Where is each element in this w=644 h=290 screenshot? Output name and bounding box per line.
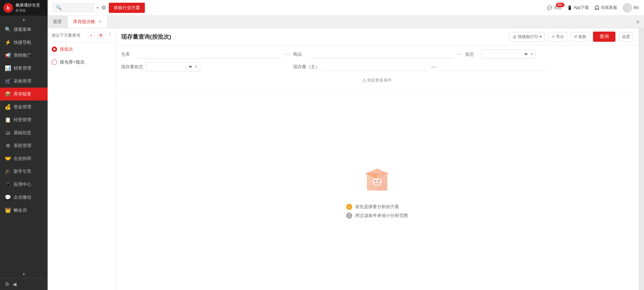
sidebar-item-label: 销售管理 [14,65,31,71]
search-icon: 🔍 [56,5,62,10]
settings-btn[interactable]: 设置 [619,32,633,41]
sidebar-item-sales[interactable]: 📊 销售管理 [0,62,48,75]
collapse-more-label: 收起更多条件 [367,77,392,83]
experience-btn[interactable]: 体验行业方案 [109,3,145,13]
inventory-status-select[interactable]: ▾ [146,62,200,71]
user-name: Rit [633,5,639,10]
filter-item-by-batch[interactable]: 按批次 [48,43,115,56]
purchase-icon: 🛒 [5,78,11,84]
inventory-amount-from[interactable] [322,63,428,71]
settings-icon[interactable]: ⚙ [5,281,9,287]
message-icon: 💬 [547,5,552,10]
sidebar-item-app[interactable]: 📱 应用中心 [0,178,48,191]
refresh-icon: ↺ [574,34,577,39]
sidebar-item-operations[interactable]: 📋 经营管理 [0,113,48,126]
sidebar: b 畅康通好生意 标准版 ▲ 🔍 搜索菜单 ⚡ 快捷导航 📢 营销推广 📊 销售… [0,0,48,290]
tabs-bar: 首页 库存批次账 ✕ ✕ [48,16,644,28]
newbie-icon: 🎓 [5,168,11,175]
sidebar-item-search-menu[interactable]: 🔍 搜索菜单 [0,23,48,36]
tab-close-icon[interactable]: ✕ [99,19,102,24]
top-bar-right: 💬 消息 99+ 📱 App下载 🎧 在线客服 Rit [547,3,639,13]
status-label: 状态 [465,51,479,57]
sidebar-item-label: 基础信息 [14,130,31,136]
sidebar-item-finance[interactable]: 💰 资金管理 [0,101,48,113]
sidebar-item-inventory[interactable]: 📦 库存核算 [0,88,48,101]
warehouse-more-icon[interactable]: ··· [285,51,289,57]
user-profile[interactable]: Rit [623,3,639,13]
sidebar-item-label: 新手引导 [14,168,31,175]
empty-tips: 1 请先选择要分析的方案 2 用过滤条件来缩小分析范围 [346,204,408,219]
sidebar-scroll-up[interactable]: ▲ [0,16,48,23]
gear-icon[interactable]: ⚙ [101,4,106,11]
print-dropdown-icon[interactable]: ▾ [540,34,542,39]
app-icon: 📱 [5,181,11,187]
filter-dot-inner [53,48,55,50]
product-more-icon[interactable]: ··· [457,51,461,57]
sidebar-item-basic[interactable]: 🗂 基础信息 [0,126,48,139]
enterprise-icon: 🤝 [5,156,11,162]
operations-icon: 📋 [5,117,11,123]
sidebar-item-system[interactable]: ⚙ 系统管理 [0,139,48,152]
tab-home[interactable]: 首页 [48,16,68,28]
sidebar-item-label: 营销推广 [14,52,31,58]
messages-action[interactable]: 💬 消息 99+ [547,5,562,11]
warehouse-field: 仓库 ··· [121,50,289,58]
sidebar-item-enterprise[interactable]: 🤝 企业协同 [0,152,48,165]
right-inner: 1 请先选择要分析的方案 2 用过滤条件来缩小分析范围 [116,90,639,290]
page-actions: 🖨 按模板打印 ▾ ↗ 导出 ↺ 刷新 查询 设置 [509,32,633,42]
inventory-status-dropdown[interactable] [149,64,193,70]
sidebar-scroll-down[interactable]: ▼ [0,271,48,278]
edit-scheme-btn[interactable]: ⚙ [97,32,104,39]
sidebar-item-label: 搜索菜单 [14,26,31,33]
app-download-label: App下载 [574,5,589,11]
refresh-label: 刷新 [578,34,587,40]
sidebar-header: b 畅康通好生意 标准版 [0,0,48,16]
filter-by-warehouse-batch-label: 按仓库+批次 [60,59,85,65]
content-area: 按以下方案查询 ＋ ⚙ 《 按批次 按仓库+批次 [48,28,644,290]
refresh-btn[interactable]: ↺ 刷新 [571,32,590,41]
sidebar-item-wechat[interactable]: 💬 企业微信 [0,191,48,204]
tab-inventory-batch[interactable]: 库存批次账 ✕ [68,16,108,28]
export-btn[interactable]: ↗ 导出 [548,32,567,41]
query-btn[interactable]: 查询 [593,32,615,42]
sidebar-item-label: 应用中心 [14,181,31,187]
sidebar-item-purchase[interactable]: 🛒 采购管理 [0,75,48,88]
print-btn[interactable]: 🖨 按模板打印 ▾ [509,32,545,41]
warehouse-input[interactable] [137,50,282,58]
filter-header-icons: ＋ ⚙ 《 [87,32,111,39]
top-search-box[interactable]: 🔍 [53,3,94,12]
sidebar-item-newbie[interactable]: 🎓 新手引导 [0,165,48,178]
tab-inventory-batch-label: 库存批次账 [73,19,95,25]
condition-row-2: 现存量状态 ▾ 现存量（主） — [121,62,633,71]
sidebar-item-quick-nav[interactable]: ⚡ 快捷导航 [0,36,48,49]
filter-title: 按以下方案查询 [52,33,80,38]
top-search-input[interactable] [63,5,90,10]
empty-state: 1 请先选择要分析的方案 2 用过滤条件来缩小分析范围 [116,90,639,290]
collapse-filter-btn[interactable]: 《 [106,32,111,39]
search-menu-icon: 🔍 [5,26,11,33]
status-select[interactable]: ▾ [481,50,536,59]
top-bar-left: 🔍 ▾ ⚙ 体验行业方案 [53,3,544,13]
member-icon: 👑 [5,207,11,213]
sidebar-subtitle: 标准版 [16,8,40,13]
sidebar-item-marketing[interactable]: 📢 营销推广 [0,49,48,62]
product-input[interactable] [309,50,454,58]
sidebar-item-label: 资金管理 [14,104,31,110]
collapse-icon[interactable]: ◀ [13,281,17,287]
right-sidebar [639,28,644,290]
collapse-more[interactable]: ⋀ 收起更多条件 [121,75,633,86]
sidebar-item-label: 库存核算 [14,91,31,97]
status-dropdown[interactable] [485,51,529,57]
tab-home-label: 首页 [53,19,62,25]
amount-separator: — [431,64,437,70]
app-download-action[interactable]: 📱 App下载 [567,5,589,11]
empty-illustration [360,162,394,196]
dropdown-chevron-icon[interactable]: ▾ [97,5,99,10]
online-service-action[interactable]: 🎧 在线客服 [594,5,617,11]
inv-status-chevron-icon: ▾ [195,65,197,69]
sidebar-item-member[interactable]: 👑 畅会员 [0,204,48,217]
inventory-amount-to[interactable] [439,63,545,71]
add-scheme-btn[interactable]: ＋ [87,32,95,39]
filter-item-by-warehouse-batch[interactable]: 按仓库+批次 [48,56,115,69]
tabs-close-all[interactable]: ✕ [631,19,644,25]
